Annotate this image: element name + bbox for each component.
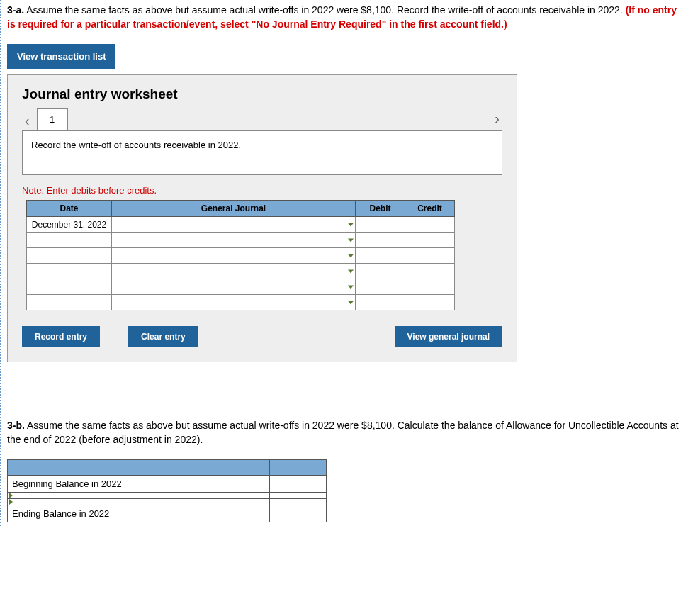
beginning-balance-label: Beginning Balance in 2022: [8, 476, 213, 493]
credit-cell[interactable]: [405, 217, 455, 233]
ending-balance-col1[interactable]: [213, 505, 270, 522]
question-3a: 3-a. Assume the same facts as above but …: [7, 4, 687, 31]
debit-cell[interactable]: [356, 264, 405, 279]
record-entry-button[interactable]: Record entry: [22, 326, 100, 347]
beginning-balance-col1[interactable]: [213, 476, 270, 493]
table-row: Ending Balance in 2022: [8, 505, 327, 522]
adj-row-2-col2[interactable]: [270, 499, 327, 505]
adj-row-1-col1[interactable]: [213, 493, 270, 499]
table-row: [8, 499, 327, 505]
credit-cell[interactable]: [405, 279, 455, 295]
debit-cell[interactable]: [356, 279, 405, 295]
worksheet-title: Journal entry worksheet: [22, 86, 502, 102]
beginning-balance-col2[interactable]: [270, 476, 327, 493]
allowance-balance-table: Beginning Balance in 2022 Ending Balance…: [7, 459, 327, 522]
date-cell[interactable]: December 31, 2022: [27, 217, 112, 233]
account-cell[interactable]: [112, 233, 356, 248]
next-entry-chevron-icon[interactable]: ›: [492, 111, 502, 127]
table-row: Beginning Balance in 2022: [8, 476, 327, 493]
clear-entry-button[interactable]: Clear entry: [128, 326, 198, 347]
partb-header-blank3: [270, 460, 327, 476]
entry-tab-1[interactable]: 1: [37, 108, 68, 130]
journal-table: Date General Journal Debit Credit Decemb…: [26, 200, 455, 310]
adj-row-1-col2[interactable]: [270, 493, 327, 499]
table-row: [27, 295, 455, 310]
ending-balance-col2[interactable]: [270, 505, 327, 522]
credit-cell[interactable]: [405, 248, 455, 264]
table-row: [27, 279, 455, 295]
col-credit: Credit: [405, 201, 455, 217]
partb-header-blank2: [213, 460, 270, 476]
worksheet-nav: ‹ 1 ›: [22, 108, 502, 129]
debit-cell[interactable]: [356, 217, 405, 233]
adj-row-1-label[interactable]: [8, 493, 213, 499]
credit-cell[interactable]: [405, 233, 455, 248]
account-cell[interactable]: [112, 248, 356, 264]
table-row: [27, 248, 455, 264]
table-row: December 31, 2022: [27, 217, 455, 233]
account-cell[interactable]: [112, 295, 356, 310]
date-cell[interactable]: [27, 279, 112, 295]
credit-cell[interactable]: [405, 295, 455, 310]
credit-cell[interactable]: [405, 264, 455, 279]
date-cell[interactable]: [27, 248, 112, 264]
view-transaction-list-button[interactable]: View transaction list: [7, 44, 116, 69]
table-row: [27, 264, 455, 279]
partb-header-blank1: [8, 460, 213, 476]
debits-before-credits-note: Note: Enter debits before credits.: [22, 185, 502, 196]
adj-row-2-label[interactable]: [8, 499, 213, 505]
ending-balance-label: Ending Balance in 2022: [8, 505, 213, 522]
journal-worksheet-panel: Journal entry worksheet ‹ 1 › Record the…: [7, 74, 517, 362]
table-row: [8, 493, 327, 499]
q3b-text: Assume the same facts as above but assum…: [7, 420, 679, 445]
account-cell[interactable]: [112, 279, 356, 295]
table-row: [27, 233, 455, 248]
view-general-journal-button[interactable]: View general journal: [395, 326, 502, 347]
adj-row-2-col1[interactable]: [213, 499, 270, 505]
date-cell[interactable]: [27, 295, 112, 310]
worksheet-actions: Record entry Clear entry View general jo…: [22, 326, 502, 347]
prev-entry-chevron-icon[interactable]: ‹: [22, 113, 33, 129]
col-debit: Debit: [356, 201, 405, 217]
debit-cell[interactable]: [356, 295, 405, 310]
question-3b: 3-b. Assume the same facts as above but …: [7, 419, 687, 447]
entry-instruction: Record the write-off of accounts receiva…: [22, 130, 502, 175]
col-date: Date: [27, 201, 112, 217]
account-cell[interactable]: [112, 264, 356, 279]
account-cell[interactable]: [112, 217, 356, 233]
q3b-label: 3-b.: [7, 420, 25, 431]
date-cell[interactable]: [27, 233, 112, 248]
debit-cell[interactable]: [356, 248, 405, 264]
date-cell[interactable]: [27, 264, 112, 279]
debit-cell[interactable]: [356, 233, 405, 248]
q3a-label: 3-a.: [7, 4, 24, 16]
q3a-text: Assume the same facts as above but assum…: [24, 4, 626, 16]
col-general-journal: General Journal: [112, 201, 356, 217]
